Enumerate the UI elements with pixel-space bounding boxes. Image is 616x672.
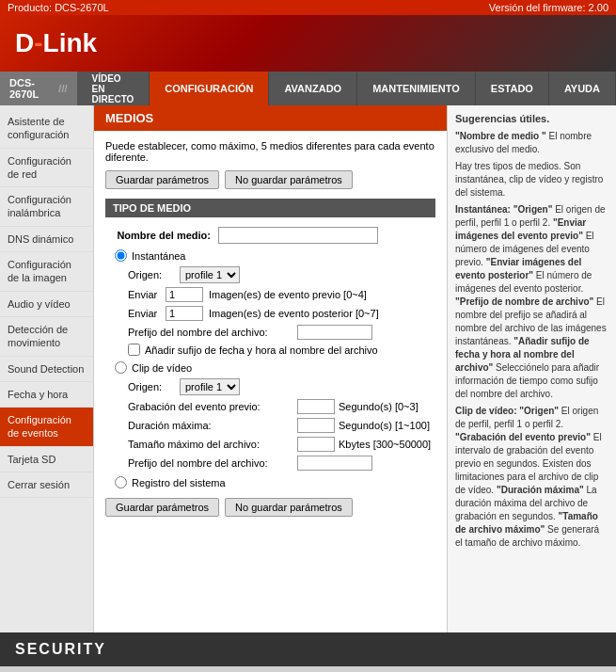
video-origin-select[interactable]: profile 1 profile 2 — [180, 378, 240, 395]
media-name-label: Nombre del medio: — [105, 230, 218, 241]
sidebar-item-logout[interactable]: Cerrar sesión — [0, 472, 93, 498]
file-prefix2-label: Prefijo del nombre del archivo: — [128, 457, 297, 469]
radio-videoclip[interactable] — [115, 361, 127, 374]
file-prefix-input[interactable] — [297, 325, 372, 340]
pre-record-input[interactable] — [297, 399, 335, 414]
add-suffix-label: Añadir sufijo de fecha y hora al nombre … — [145, 344, 378, 356]
nav-bar: DCS-2670L /// VÍDEO ENDIRECTO CONFIGURAC… — [0, 72, 616, 105]
media-name-row: Nombre del medio: — [105, 227, 435, 244]
add-suffix-row: Añadir sufijo de fecha y hora al nombre … — [105, 344, 435, 356]
video-origin-label: Origen: — [128, 381, 180, 392]
radio-snapshot[interactable] — [115, 249, 127, 262]
sidebar-item-inalambrica[interactable]: Configuración inalámbrica — [0, 187, 93, 227]
brand-logo: D-Link — [15, 28, 97, 58]
no-save-params-btn-bottom[interactable]: No guardar parámetros — [225, 498, 353, 517]
add-suffix-checkbox[interactable] — [128, 344, 140, 356]
send-after-suffix: Imagen(es) de evento posterior [0~7] — [209, 308, 379, 319]
sidebar-item-red[interactable]: Configuración de red — [0, 149, 93, 188]
radio-snapshot-group: Instantánea — [105, 249, 435, 262]
content-area: MEDIOS Puede establecer, como máximo, 5 … — [94, 105, 447, 632]
max-duration-label: Duración máxima: — [128, 420, 297, 431]
sidebar: Asistente de configuración Configuración… — [0, 105, 94, 632]
send-before-suffix: Imagen(es) de evento previo [0~4] — [209, 289, 367, 300]
max-duration-suffix: Segundo(s) [1~100] — [339, 420, 430, 431]
sidebar-item-asistente[interactable]: Asistente de configuración — [0, 109, 93, 149]
max-duration-row: Duración máxima: Segundo(s) [1~100] — [105, 418, 435, 433]
video-origin-row: Origen: profile 1 profile 2 — [105, 378, 435, 395]
sidebar-item-imagen[interactable]: Configuración de la imagen — [0, 252, 93, 292]
radio-syslog[interactable] — [115, 476, 127, 488]
tab-video-directo[interactable]: VÍDEO ENDIRECTO — [77, 72, 150, 105]
help-title: Sugerencias útiles. — [455, 113, 608, 124]
help-p3: Instantánea: "Origen" El origen de perfi… — [455, 203, 608, 401]
send-after-row: Enviar Imagen(es) de evento posterior [0… — [105, 306, 435, 321]
content-description: Puede establecer, como máximo, 5 medios … — [105, 140, 435, 163]
pre-record-suffix: Segundo(s) [0~3] — [339, 401, 419, 412]
max-filesize-suffix: Kbytes [300~50000] — [339, 439, 431, 450]
radio-videoclip-label: Clip de vídeo — [132, 362, 192, 374]
sidebar-item-fecha[interactable]: Fecha y hora — [0, 382, 93, 408]
pre-record-label: Grabación del evento previo: — [128, 401, 297, 412]
tab-ayuda[interactable]: AYUDA — [549, 72, 616, 105]
help-p1: "Nombre de medio " El nombre exclusivo d… — [455, 130, 608, 156]
media-name-input[interactable] — [218, 227, 378, 244]
file-prefix2-row: Prefijo del nombre del archivo: — [105, 456, 435, 471]
file-prefix-row: Prefijo del nombre del archivo: — [105, 325, 435, 340]
pre-record-row: Grabación del evento previo: Segundo(s) … — [105, 399, 435, 414]
send-before-input[interactable] — [166, 287, 203, 302]
product-label: Producto: DCS-2670L — [8, 2, 109, 13]
radio-videoclip-group: Clip de vídeo — [105, 361, 435, 374]
help-panel: Sugerencias útiles. "Nombre de medio " E… — [447, 105, 616, 632]
max-duration-input[interactable] — [297, 418, 335, 433]
file-prefix-label: Prefijo del nombre del archivo: — [128, 327, 297, 338]
send-after-label: Enviar — [128, 308, 166, 319]
max-filesize-label: Tamaño máximo del archivo: — [128, 439, 297, 450]
main-layout: Asistente de configuración Configuración… — [0, 105, 616, 632]
content-body: Puede establecer, como máximo, 5 medios … — [94, 131, 447, 536]
no-save-params-btn-top[interactable]: No guardar parámetros — [225, 170, 353, 189]
bottom-bar: SECURITY — [0, 632, 616, 666]
save-params-btn-top[interactable]: Guardar parámetros — [105, 170, 219, 189]
sidebar-item-sound[interactable]: Sound Detection — [0, 357, 93, 382]
sidebar-item-dns[interactable]: DNS dinámico — [0, 227, 93, 252]
top-bar: Producto: DCS-2670L Versión del firmware… — [0, 0, 616, 15]
security-text: SECURITY — [15, 641, 106, 658]
radio-syslog-label: Registro del sistema — [132, 477, 226, 488]
snapshot-origin-row: Origen: profile 1 profile 2 — [105, 266, 435, 283]
help-p4: Clip de vídeo: "Origen" El origen de per… — [455, 405, 608, 550]
sidebar-item-eventos[interactable]: Configuración de eventos — [0, 408, 93, 447]
firmware-label: Versión del firmware: 2.00 — [489, 2, 608, 13]
tab-avanzado[interactable]: AVANZADO — [269, 72, 357, 105]
file-prefix2-input[interactable] — [297, 456, 372, 471]
send-before-label: Enviar — [128, 289, 166, 300]
section-header-tipo: TIPO DE MEDIO — [105, 199, 435, 217]
sidebar-item-sd[interactable]: Tarjeta SD — [0, 447, 93, 472]
top-btn-row: Guardar parámetros No guardar parámetros — [105, 170, 435, 189]
tab-estado[interactable]: ESTADO — [476, 72, 549, 105]
tab-mantenimiento[interactable]: MANTENIMIENTO — [357, 72, 476, 105]
bottom-btn-row: Guardar parámetros No guardar parámetros — [105, 498, 435, 517]
content-header: MEDIOS — [94, 105, 447, 131]
tab-configuracion[interactable]: CONFIGURACIÓN — [150, 72, 269, 105]
sidebar-item-deteccion[interactable]: Detección de movimiento — [0, 317, 93, 357]
sidebar-item-audio[interactable]: Audio y vídeo — [0, 292, 93, 317]
logo-bar: D-Link — [0, 15, 616, 72]
origin-select[interactable]: profile 1 profile 2 — [180, 266, 240, 283]
max-filesize-input[interactable] — [297, 437, 335, 452]
origin-label: Origen: — [128, 269, 180, 280]
max-filesize-row: Tamaño máximo del archivo: Kbytes [300~5… — [105, 437, 435, 452]
nav-device-label: DCS-2670L /// — [0, 72, 77, 105]
radio-syslog-group: Registro del sistema — [105, 476, 435, 488]
save-params-btn-bottom[interactable]: Guardar parámetros — [105, 498, 219, 517]
help-p2: Hay tres tipos de medios. Son instantáne… — [455, 160, 608, 200]
send-after-input[interactable] — [166, 306, 203, 321]
radio-snapshot-label: Instantánea — [132, 250, 186, 262]
nav-tabs: VÍDEO ENDIRECTO CONFIGURACIÓN AVANZADO M… — [77, 72, 616, 105]
send-before-row: Enviar Imagen(es) de evento previo [0~4] — [105, 287, 435, 302]
